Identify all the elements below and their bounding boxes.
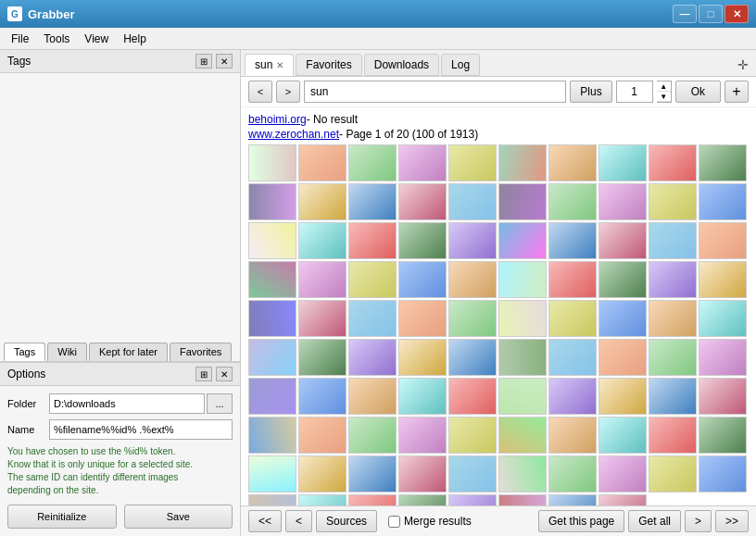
thumbnail[interactable] — [699, 417, 747, 454]
thumbnail[interactable] — [448, 455, 497, 492]
maximize-button[interactable]: □ — [699, 5, 723, 23]
search-input[interactable] — [304, 81, 566, 103]
thumbnail[interactable] — [398, 378, 447, 415]
thumbnail[interactable] — [398, 183, 447, 220]
thumbnail[interactable] — [298, 300, 346, 337]
thumbnail[interactable] — [348, 144, 397, 181]
prev-button[interactable]: < — [248, 81, 272, 103]
thumbnail[interactable] — [649, 417, 697, 454]
thumbnail[interactable] — [398, 494, 447, 505]
options-close-button[interactable]: ✕ — [216, 367, 233, 381]
thumbnail[interactable] — [348, 417, 397, 454]
thumbnail[interactable] — [498, 455, 547, 492]
thumbnail[interactable] — [699, 339, 747, 376]
next-button[interactable]: > — [276, 81, 300, 103]
thumbnail[interactable] — [548, 144, 597, 181]
menu-help[interactable]: Help — [116, 31, 154, 47]
thumbnail[interactable] — [498, 261, 547, 298]
thumbnail[interactable] — [298, 494, 346, 505]
options-undock-button[interactable]: ⊞ — [195, 367, 212, 381]
thumbnail[interactable] — [248, 378, 296, 415]
thumbnail[interactable] — [398, 144, 447, 181]
thumbnail[interactable] — [548, 417, 597, 454]
folder-input[interactable] — [49, 393, 205, 414]
reinitialize-button[interactable]: Reinitialize — [7, 505, 117, 529]
thumbnail[interactable] — [248, 417, 296, 454]
thumbnail[interactable] — [548, 339, 597, 376]
menu-file[interactable]: File — [4, 31, 36, 47]
thumbnail[interactable] — [598, 261, 647, 298]
thumbnail[interactable] — [298, 339, 346, 376]
site2-link[interactable]: www.zerochan.net — [248, 128, 339, 141]
browse-button[interactable]: ... — [207, 393, 233, 414]
thumbnail[interactable] — [348, 183, 397, 220]
minimize-button[interactable]: — — [673, 5, 697, 23]
plus-button[interactable]: Plus — [570, 81, 611, 103]
thumbnail[interactable] — [348, 300, 397, 337]
thumbnail[interactable] — [248, 455, 296, 492]
thumbnail[interactable] — [448, 417, 497, 454]
thumbnail[interactable] — [649, 183, 697, 220]
get-all-button[interactable]: Get all — [628, 510, 681, 532]
thumbnail[interactable] — [548, 261, 597, 298]
thumbnail[interactable] — [699, 183, 747, 220]
thumbnail[interactable] — [398, 455, 447, 492]
page-spinner[interactable]: ▲ ▼ — [657, 81, 672, 103]
thumbnail[interactable] — [498, 494, 547, 505]
thumbnail[interactable] — [699, 455, 747, 492]
thumbnail[interactable] — [598, 183, 647, 220]
page-up-button[interactable]: ▲ — [657, 81, 671, 92]
thumbnail[interactable] — [298, 455, 346, 492]
thumbnail[interactable] — [448, 261, 497, 298]
tab-kept-for-later[interactable]: Kept for later — [89, 343, 168, 361]
first-page-button[interactable]: << — [248, 510, 282, 532]
thumbnail[interactable] — [699, 300, 747, 337]
thumbnail[interactable] — [248, 261, 296, 298]
thumbnail[interactable] — [498, 339, 547, 376]
thumbnail[interactable] — [298, 183, 346, 220]
tags-close-button[interactable]: ✕ — [216, 54, 233, 69]
thumbnail[interactable] — [248, 339, 296, 376]
last-page-button[interactable]: >> — [715, 510, 749, 532]
thumbnail[interactable] — [548, 300, 597, 337]
next-page-button[interactable]: > — [685, 510, 712, 532]
thumbnail[interactable] — [598, 494, 647, 505]
thumbnail[interactable] — [398, 222, 447, 259]
thumbnail[interactable] — [248, 144, 296, 181]
tab-add-button[interactable]: ✛ — [734, 56, 752, 74]
thumbnail[interactable] — [298, 144, 346, 181]
thumbnail[interactable] — [649, 455, 697, 492]
thumbnail[interactable] — [398, 417, 447, 454]
menu-tools[interactable]: Tools — [36, 31, 77, 47]
thumbnail[interactable] — [649, 378, 697, 415]
thumbnail[interactable] — [348, 494, 397, 505]
thumbnail[interactable] — [298, 378, 346, 415]
thumbnail[interactable] — [699, 222, 747, 259]
thumbnail[interactable] — [398, 300, 447, 337]
tab-favorites[interactable]: Favorites — [296, 54, 361, 76]
thumbnail[interactable] — [398, 261, 447, 298]
tags-undock-button[interactable]: ⊞ — [195, 54, 212, 69]
thumbnail[interactable] — [248, 222, 296, 259]
thumbnail[interactable] — [298, 417, 346, 454]
thumbnail[interactable] — [298, 261, 346, 298]
thumbnail[interactable] — [448, 494, 497, 505]
thumbnail[interactable] — [598, 455, 647, 492]
page-down-button[interactable]: ▼ — [657, 92, 671, 102]
thumbnail[interactable] — [699, 144, 747, 181]
thumbnail[interactable] — [649, 261, 697, 298]
thumbnail[interactable] — [498, 183, 547, 220]
tab-log[interactable]: Log — [441, 54, 480, 76]
tab-wiki[interactable]: Wiki — [47, 343, 87, 361]
thumbnail[interactable] — [598, 222, 647, 259]
search-tab-sun-close[interactable]: ✕ — [276, 60, 284, 70]
thumbnail[interactable] — [498, 300, 547, 337]
thumbnail[interactable] — [498, 417, 547, 454]
thumbnail[interactable] — [448, 300, 497, 337]
thumbnail[interactable] — [548, 455, 597, 492]
thumbnail[interactable] — [598, 378, 647, 415]
thumbnail[interactable] — [598, 417, 647, 454]
tab-favorites[interactable]: Favorites — [170, 343, 232, 361]
thumbnail[interactable] — [248, 183, 296, 220]
sources-button[interactable]: Sources — [316, 510, 377, 532]
